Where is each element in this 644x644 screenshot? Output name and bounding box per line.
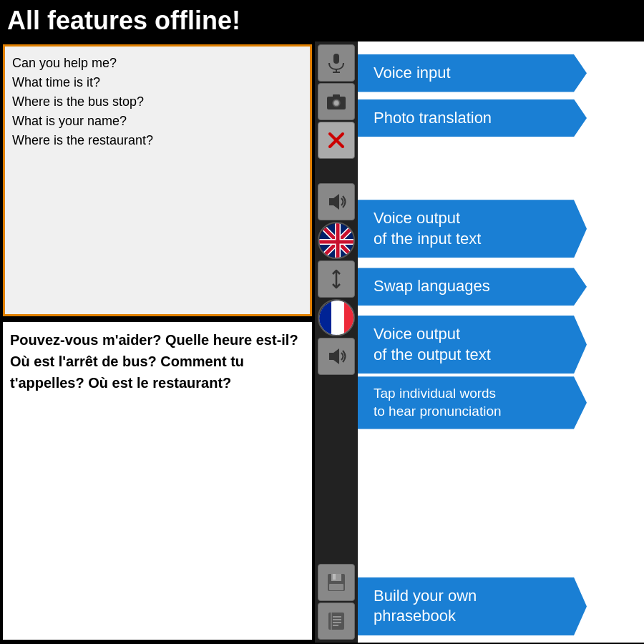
spacer-c bbox=[358, 258, 644, 268]
swap-icon bbox=[326, 268, 347, 290]
uk-flag-icon bbox=[319, 223, 355, 259]
speaker-input-icon bbox=[326, 191, 347, 213]
svg-rect-24 bbox=[329, 584, 343, 590]
input-text: Can you help me?What time is it?Where is… bbox=[12, 56, 153, 147]
svg-point-5 bbox=[334, 101, 338, 105]
swap-languages-callout: Swap languages bbox=[358, 268, 587, 306]
speak-input-button[interactable] bbox=[318, 183, 355, 220]
speak-output-button[interactable] bbox=[318, 338, 355, 375]
callout-row-voice-output-input: Voice outputof the input text bbox=[358, 200, 644, 258]
spacer-e bbox=[358, 429, 644, 577]
header: All features offline! bbox=[0, 0, 644, 42]
main-layout: Can you help me?What time is it?Where is… bbox=[0, 42, 644, 643]
mic-button[interactable] bbox=[318, 44, 355, 82]
svg-marker-20 bbox=[329, 348, 339, 364]
french-flag-button[interactable] bbox=[318, 299, 355, 336]
svg-rect-0 bbox=[333, 54, 339, 64]
output-text: Pouvez-vous m'aider? Quelle heure est-il… bbox=[10, 332, 298, 391]
bottom-spacer bbox=[358, 635, 644, 643]
english-flag-button[interactable] bbox=[318, 222, 355, 259]
swap-languages-button[interactable] bbox=[318, 260, 355, 298]
top-spacer bbox=[358, 42, 644, 54]
voice-output-input-callout: Voice outputof the input text bbox=[358, 200, 587, 258]
svg-rect-14 bbox=[319, 240, 355, 244]
callout-row-swap: Swap languages bbox=[358, 268, 644, 306]
callout-row-voice-input: Voice input bbox=[358, 54, 644, 92]
svg-rect-23 bbox=[333, 574, 336, 580]
phrasebook-button[interactable] bbox=[318, 602, 355, 640]
output-text-area: Pouvez-vous m'aider? Quelle heure est-il… bbox=[3, 322, 312, 640]
input-text-area[interactable]: Can you help me?What time is it?Where is… bbox=[3, 44, 312, 316]
voice-output-output-callout: Voice outputof the output text bbox=[358, 316, 587, 374]
clear-icon bbox=[326, 130, 347, 151]
french-flag-icon bbox=[319, 301, 355, 336]
save-button[interactable] bbox=[318, 564, 355, 601]
callout-row-voice-output-output: Voice outputof the output text bbox=[358, 316, 644, 374]
clear-button[interactable] bbox=[318, 122, 355, 159]
toolbar bbox=[315, 42, 358, 643]
callout-row-tap-words: Tap individual wordsto hear pronunciatio… bbox=[358, 374, 644, 429]
speaker-output-icon bbox=[326, 346, 347, 367]
callouts-panel: Voice input Photo translation Voice outp… bbox=[358, 42, 644, 643]
svg-rect-18 bbox=[331, 301, 344, 336]
tap-words-callout: Tap individual wordsto hear pronunciatio… bbox=[358, 376, 587, 429]
left-panel: Can you help me?What time is it?Where is… bbox=[0, 42, 315, 643]
spacer-b bbox=[358, 137, 644, 200]
camera-button[interactable] bbox=[318, 83, 355, 120]
spacer-a bbox=[358, 92, 644, 99]
header-title: All features offline! bbox=[7, 6, 240, 36]
photo-translation-callout: Photo translation bbox=[358, 99, 587, 137]
callout-row-photo-translation: Photo translation bbox=[358, 99, 644, 137]
svg-rect-26 bbox=[331, 613, 332, 630]
save-icon bbox=[326, 572, 347, 593]
voice-input-callout: Voice input bbox=[358, 54, 587, 92]
camera-icon bbox=[326, 91, 347, 112]
svg-rect-6 bbox=[333, 94, 340, 97]
book-icon bbox=[326, 610, 347, 632]
svg-marker-9 bbox=[329, 194, 339, 210]
phrasebook-callout: Build your ownphrasebook bbox=[358, 577, 587, 635]
mic-icon bbox=[326, 52, 347, 74]
callout-row-phrasebook: Build your ownphrasebook bbox=[358, 577, 644, 635]
spacer-d bbox=[358, 306, 644, 316]
